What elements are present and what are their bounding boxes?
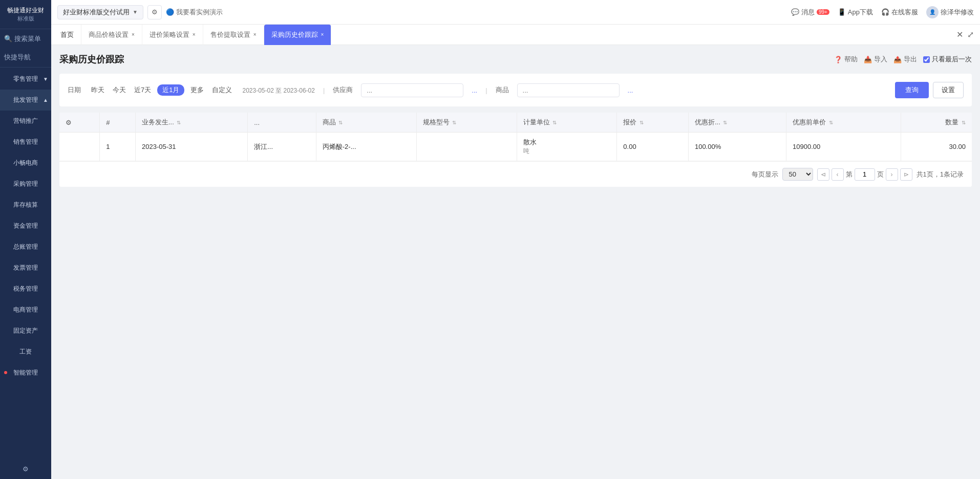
date-option-1month[interactable]: 近1月 — [157, 84, 184, 96]
sidebar-item-assets[interactable]: 固定资产 — [0, 320, 51, 341]
tab-purchase-strategy[interactable]: 进价策略设置 × — [142, 25, 203, 45]
date-option-yesterday[interactable]: 昨天 — [89, 84, 106, 96]
page-actions: ❓ 帮助 📥 导入 📤 导出 只看最后一次 — [834, 55, 972, 64]
export-btn[interactable]: 📤 导出 — [893, 55, 917, 64]
version-select[interactable]: 好业财标准版交付试用 ▼ — [57, 5, 143, 19]
sidebar-item-ecommerce[interactable]: 电商管理 — [0, 299, 51, 320]
page-input[interactable] — [855, 168, 875, 181]
th-date[interactable]: 业务发生... ⇅ — [135, 113, 247, 133]
tab-price-close[interactable]: × — [132, 32, 135, 37]
version-chevron-icon: ▼ — [133, 9, 138, 15]
sidebar-settings-btn[interactable]: ⚙ — [0, 459, 51, 479]
page-size-select[interactable]: 50 20 100 — [782, 168, 813, 181]
th-discount[interactable]: 优惠折... ⇅ — [688, 113, 786, 133]
th-goods-label: 商品 — [323, 118, 336, 126]
only-last-checkbox[interactable] — [923, 56, 930, 63]
sidebar-item-ledger[interactable]: 总账管理 — [0, 236, 51, 257]
date-option-more[interactable]: 更多 — [188, 84, 206, 96]
sidebar-quick-nav[interactable]: 快捷导航 — [0, 49, 51, 66]
tab-purchase-history[interactable]: 采购历史价跟踪 × — [264, 25, 332, 45]
online-service-btn[interactable]: 🎧 在线客服 — [881, 8, 918, 17]
th-goods-sort-icon: ⇅ — [338, 120, 343, 125]
th-quantity[interactable]: 数量 ⇅ — [901, 113, 972, 133]
tab-close-btn[interactable]: ✕ — [956, 30, 963, 39]
sidebar-search-label: 搜索菜单 — [14, 34, 41, 43]
sidebar-item-smart[interactable]: 智能管理 — [0, 362, 51, 383]
date-option-custom[interactable]: 自定义 — [210, 84, 234, 96]
sidebar-item-wholesale[interactable]: 批发管理 ▲ — [0, 90, 51, 111]
tab-price-label: 商品价格设置 — [89, 30, 129, 39]
sidebar-item-ecommerce-small[interactable]: 小畅电商 — [0, 153, 51, 173]
th-unit[interactable]: 计量单位 ⇅ — [517, 113, 617, 133]
tab-expand-btn[interactable]: ⤢ — [967, 30, 974, 39]
only-last-checkbox-label[interactable]: 只看最后一次 — [923, 55, 972, 64]
message-label: 消息 — [801, 8, 815, 17]
user-info[interactable]: 👤 徐泽华修改 — [926, 6, 974, 18]
sidebar-item-sales[interactable]: 销售管理 — [0, 132, 51, 153]
sidebar-item-retail[interactable]: 零售管理 ▼ — [0, 69, 51, 90]
tab-purchase-history-close[interactable]: × — [321, 32, 324, 37]
page-label: 第 — [846, 170, 853, 179]
sidebar-item-invoice[interactable]: 发票管理 — [0, 257, 51, 278]
th-spec[interactable]: 规格型号 ⇅ — [416, 113, 517, 133]
page-last-btn[interactable]: ⊳ — [900, 168, 912, 181]
export-label: 导出 — [904, 55, 917, 64]
message-icon: 💬 — [791, 8, 799, 16]
message-btn[interactable]: 💬 消息 99+ — [791, 8, 829, 17]
sidebar-item-tax[interactable]: 税务管理 — [0, 278, 51, 299]
filter-area: 日期 昨天 今天 近7天 近1月 更多 自定义 2023-05-02 至 202… — [59, 74, 972, 106]
user-name: 徐泽华修改 — [941, 8, 974, 17]
version-label: 好业财标准版交付试用 — [63, 8, 130, 17]
page-nav: ⊲ ‹ 第 页 › ⊳ — [817, 168, 912, 181]
tab-home[interactable]: 首页 — [53, 25, 81, 45]
ledger-label: 总账管理 — [13, 243, 38, 251]
demo-btn[interactable]: 🔵 我要看实例演示 — [166, 8, 223, 17]
td-discount: 100.00% — [688, 133, 786, 161]
search-icon: 🔍 — [4, 35, 12, 42]
supplier-more-btn[interactable]: ... — [472, 86, 477, 94]
sidebar-search[interactable]: 🔍 搜索菜单 — [0, 29, 51, 49]
page-prev-btn[interactable]: ‹ — [832, 168, 844, 181]
tab-price[interactable]: 商品价格设置 × — [81, 25, 142, 45]
goods-input[interactable] — [517, 83, 620, 97]
sidebar-item-purchase[interactable]: 采购管理 — [0, 173, 51, 194]
import-label: 导入 — [874, 55, 887, 64]
sidebar: 畅捷通好业财 标准版 🔍 搜索菜单 快捷导航 零售管理 ▼ 批发管理 ▲ 营销推… — [0, 0, 51, 479]
tab-sale-extract[interactable]: 售价提取设置 × — [203, 25, 264, 45]
sidebar-item-marketing[interactable]: 营销推广 — [0, 111, 51, 132]
th-goods[interactable]: 商品 ⇅ — [316, 113, 416, 133]
avatar: 👤 — [926, 6, 939, 18]
th-price[interactable]: 报价 ⇅ — [617, 113, 689, 133]
tab-sale-extract-close[interactable]: × — [253, 32, 257, 37]
finance-label: 资金管理 — [13, 222, 38, 230]
date-option-today[interactable]: 今天 — [111, 84, 128, 96]
table-row: 1 2023-05-31 浙江... 丙烯酸-2-... 散水吨 0.00 10… — [59, 133, 972, 161]
inventory-label: 库存核算 — [13, 201, 38, 209]
sidebar-item-inventory[interactable]: 库存核算 — [0, 194, 51, 215]
online-service-label: 在线客服 — [891, 8, 918, 17]
supplier-input[interactable] — [361, 83, 463, 97]
sidebar-item-salary[interactable]: 工资 — [0, 341, 51, 362]
query-btn[interactable]: 查询 — [895, 82, 929, 98]
date-filter-label: 日期 — [68, 85, 81, 95]
date-option-7days[interactable]: 近7天 — [132, 84, 153, 96]
date-range: 2023-05-02 至 2023-06-02 — [242, 86, 314, 95]
th-unit-sort-icon: ⇅ — [552, 120, 557, 125]
page-first-btn[interactable]: ⊲ — [817, 168, 829, 181]
page-next-btn[interactable]: › — [886, 168, 898, 181]
topbar-settings-btn[interactable]: ⚙ — [147, 5, 162, 19]
th-more[interactable]: ... — [248, 113, 316, 133]
import-btn[interactable]: 📥 导入 — [864, 55, 887, 64]
filter-settings-btn[interactable]: 设置 — [933, 82, 964, 98]
goods-more-btn[interactable]: ... — [628, 86, 633, 94]
sidebar-item-finance[interactable]: 资金管理 — [0, 215, 51, 236]
tab-purchase-strategy-close[interactable]: × — [193, 32, 196, 37]
th-gear[interactable]: ⚙ — [59, 113, 100, 133]
th-original-price[interactable]: 优惠前单价 ⇅ — [786, 113, 901, 133]
only-last-label: 只看最后一次 — [932, 55, 972, 64]
help-btn[interactable]: ❓ 帮助 — [834, 55, 858, 64]
marketing-label: 营销推广 — [13, 117, 38, 125]
th-date-label: 业务发生... — [142, 118, 174, 126]
assets-label: 固定资产 — [13, 326, 38, 335]
app-download-btn[interactable]: 📱 App下载 — [838, 8, 873, 17]
